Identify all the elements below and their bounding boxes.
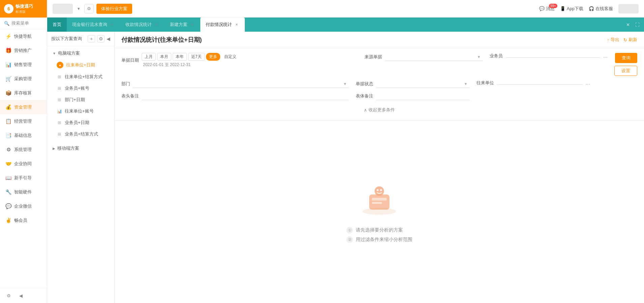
filter-source-item: 来源单据 ▾ (364, 53, 483, 61)
scheme-group-pc: ▼ 电脑端方案 ● 往来单位+日期 ⊞ 往来单位+结算方式 ⊞ 业务员+账号 ⊞ (47, 46, 114, 141)
messages-btn[interactable]: 💬 消息 99+ (539, 6, 555, 12)
sidebar-item-system[interactable]: ⚙ 系统管理 (0, 143, 47, 157)
footer-collapse-btn[interactable]: ◀ (16, 291, 26, 300)
dept-select[interactable]: ▾ (133, 80, 349, 88)
sidebar-item-sales[interactable]: 📊 销售管理 (0, 58, 47, 72)
last-7days-btn[interactable]: 近7天 (188, 53, 205, 61)
svg-point-6 (380, 189, 382, 191)
this-year-btn[interactable]: 本年 (173, 53, 187, 61)
scheme-item-partner-settlement[interactable]: ⊞ 往来单位+结算方式 (47, 71, 114, 83)
sidebar-item-label: 智能硬件 (14, 189, 32, 195)
search-menu[interactable]: 🔍 搜索菜单 (0, 18, 47, 29)
sidebar-item-quick-nav[interactable]: ⚡ 快捷导航 (0, 29, 47, 43)
sidebar-item-guide[interactable]: 📖 新手引导 (0, 171, 47, 185)
this-month-btn[interactable]: 本月 (157, 53, 171, 61)
scheme-collapse-btn[interactable]: ◀ (107, 36, 110, 41)
body-note-input[interactable] (376, 92, 470, 100)
tab-payment-detail[interactable]: 付款情况统计 × (200, 18, 245, 32)
scheme-item-salesman-date[interactable]: ⊞ 业务员+日期 (47, 117, 114, 128)
collapse-conditions-btn[interactable]: ∧ 收起更多条件 (361, 104, 398, 116)
grid-icon4: ⊞ (57, 120, 62, 125)
filter-body-note-item: 表体备注 (356, 92, 470, 100)
scheme-group-pc-header[interactable]: ▼ 电脑端方案 (47, 48, 114, 59)
tab-maximize-btn[interactable]: ⛶ (633, 21, 641, 29)
scheme-item-dept-date[interactable]: ⊞ 部门+日期 (47, 94, 114, 105)
scheme-settings-btn[interactable]: ⚙ (97, 35, 105, 42)
export-icon: ↑ (607, 37, 610, 42)
export-btn[interactable]: ↑ 导出 (607, 37, 620, 43)
finance-icon: 💰 (5, 104, 11, 110)
partner-dots-btn[interactable]: ... (586, 80, 590, 86)
scheme-group-mobile-header[interactable]: ▶ 移动端方案 (47, 143, 114, 154)
tab-new-scheme-close[interactable]: × (189, 22, 195, 27)
scheme-add-btn[interactable]: + (88, 35, 95, 42)
user-avatar[interactable] (618, 4, 639, 13)
tab-payment-detail-close[interactable]: × (234, 22, 239, 27)
tab-cash-flow[interactable]: 现金银行流水查询 × (67, 18, 120, 32)
filter-dept-item: 部门 ▾ (121, 80, 349, 88)
footer-settings-btn[interactable]: ⚙ (4, 291, 13, 300)
query-btn[interactable]: 查询 (615, 53, 637, 63)
source-dropdown-icon: ▾ (478, 54, 480, 59)
refresh-btn[interactable]: ↻ 刷新 (623, 37, 637, 43)
tab-home-label: 首页 (53, 22, 61, 28)
sidebar-item-member[interactable]: ✌ 畅会员 (0, 213, 47, 228)
more-btn[interactable]: 更多 (206, 53, 220, 61)
filter-settings-btn[interactable]: 设置 (614, 66, 637, 76)
partner-input[interactable] (497, 82, 583, 85)
grid-icon: ⊞ (57, 74, 62, 80)
online-service-btn[interactable]: 🎧 在线客服 (589, 6, 613, 12)
service-label: 在线客服 (595, 6, 613, 12)
enterprise-icon: 🤝 (5, 161, 11, 167)
scheme-group-pc-label: 电脑端方案 (58, 50, 80, 56)
last-month-btn[interactable]: 上月 (142, 53, 156, 61)
scheme-sidebar: 按以下方案查询 + ⚙ ◀ ▼ 电脑端方案 ● 往来单位+日期 ⊞ (47, 32, 115, 303)
sidebar-item-marketing[interactable]: 🎁 营销推广 (0, 43, 47, 58)
scheme-item-partner-account[interactable]: 📊 往来单位+账号 (47, 105, 114, 117)
status-select[interactable]: ▾ (376, 80, 470, 88)
topbar-settings-btn[interactable]: ⚙ (84, 4, 94, 13)
sidebar-item-purchase[interactable]: 🛒 采购管理 (0, 72, 47, 86)
filter-salesman-item: 业务员 ... (490, 53, 608, 59)
sidebar-item-basic[interactable]: 📑 基础信息 (0, 128, 47, 143)
tabbar: 首页 现金银行流水查询 × 收款情况统计 × 新建方案 × 付款情况统计 × ✕… (47, 18, 644, 32)
tab-home[interactable]: 首页 (47, 18, 67, 32)
grid-icon5: ⊞ (57, 131, 62, 137)
company-dropdown-btn[interactable]: ▾ (76, 6, 82, 12)
tip-num-1: ① (346, 227, 353, 234)
sidebar-item-hardware[interactable]: 🔧 智能硬件 (0, 185, 47, 199)
main-area: ▾ ⚙ 体验行业方案 💬 消息 99+ 📱 App下载 🎧 在线客服 首页 (47, 0, 644, 303)
scheme-item-partner-date[interactable]: ● 往来单位+日期 (47, 59, 114, 71)
export-label: 导出 (611, 37, 619, 43)
tab-new-scheme[interactable]: 新建方案 × (165, 18, 200, 32)
system-icon: ⚙ (5, 147, 11, 153)
sidebar-item-finance[interactable]: 💰 资金管理 (0, 100, 47, 114)
scheme-item-salesman-settlement[interactable]: ⊞ 业务员+结算方式 (47, 128, 114, 140)
svg-point-4 (375, 186, 384, 196)
sidebar-item-wechat[interactable]: 💬 企业微信 (0, 199, 47, 213)
purchase-icon: 🛒 (5, 76, 11, 82)
date-btns: 上月 本月 本年 近7天 更多 自定义 (142, 53, 239, 61)
scheme-item-salesman-account[interactable]: ⊞ 业务员+账号 (47, 83, 114, 94)
empty-tip-2: ② 用过滤条件来缩小分析范围 (346, 236, 412, 243)
app-icon: 📱 (560, 6, 565, 11)
salesman-input[interactable] (505, 55, 601, 58)
logo-badge: 标准版 (16, 9, 33, 14)
tab-payment-stats[interactable]: 收款情况统计 × (120, 18, 165, 32)
page-title: 付款情况统计(往来单位+日期) (121, 36, 202, 44)
sidebar-item-enterprise[interactable]: 🤝 企业协同 (0, 157, 47, 171)
app-download-btn[interactable]: 📱 App下载 (560, 6, 583, 12)
trial-btn[interactable]: 体验行业方案 (96, 4, 132, 14)
filter-query-actions: 查询 设置 (614, 53, 637, 76)
sidebar-item-operation[interactable]: 📋 经营管理 (0, 114, 47, 128)
source-select[interactable]: ▾ (385, 53, 483, 61)
sidebar-item-inventory[interactable]: 📦 库存核算 (0, 86, 47, 100)
header-note-input[interactable] (142, 92, 349, 100)
tab-payment-stats-close[interactable]: × (154, 22, 159, 27)
custom-btn[interactable]: 自定义 (222, 53, 239, 60)
tab-close-all-btn[interactable]: ✕ (624, 21, 632, 29)
salesman-label: 业务员 (490, 53, 503, 59)
chart-icon: 📊 (57, 109, 62, 114)
salesman-dots-btn[interactable]: ... (603, 53, 608, 59)
tab-cash-flow-close[interactable]: × (109, 22, 115, 27)
